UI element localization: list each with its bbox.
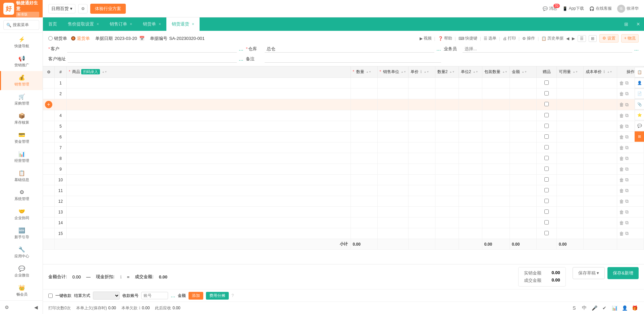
sidebar-item-marketing[interactable]: 📢 营销推广 (0, 52, 43, 71)
r4-cp[interactable]: ⧉ (625, 113, 629, 118)
tab-sales-close[interactable]: × (159, 22, 161, 26)
sidebar-item-inventory[interactable]: 📦 库存核算 (0, 109, 43, 128)
th-price-info[interactable]: ℹ (420, 69, 422, 74)
r6-del[interactable]: 🗑 (619, 134, 624, 140)
r14-del[interactable]: 🗑 (619, 220, 624, 226)
help-action[interactable]: ❓ 帮助 (438, 36, 452, 41)
row-3-pkg[interactable] (482, 99, 509, 110)
save-draft-button[interactable]: 保存草稿 ▾ (573, 267, 605, 279)
right-tool-6[interactable]: 💬 (635, 121, 644, 131)
row-2-amount[interactable] (510, 88, 537, 99)
r12-del[interactable]: 🗑 (619, 199, 624, 204)
row-2-product[interactable] (67, 88, 351, 99)
th-unit2-sort[interactable]: ▲▼ (473, 70, 478, 73)
row-2-unit[interactable] (377, 88, 408, 99)
th-unit-sort[interactable]: ▲▼ (401, 70, 406, 73)
r15-cp[interactable]: ⧉ (625, 231, 629, 236)
sidebar-collapse-btn[interactable]: ◀ (32, 303, 40, 311)
row-3-available[interactable] (557, 99, 584, 110)
row-1-copy[interactable]: ⧉ (625, 80, 629, 86)
footer-icon-4[interactable]: ✔ (600, 304, 608, 312)
row-1-price[interactable] (408, 78, 435, 88)
address-select-btn[interactable]: ... (239, 56, 243, 62)
r4-p[interactable] (67, 110, 351, 121)
radio-return-input[interactable] (71, 36, 75, 41)
tab-sales[interactable]: 销货单 × (138, 17, 166, 31)
footer-icon-7[interactable]: 🎁 (631, 304, 639, 312)
th-price-sort[interactable]: ▲▼ (424, 70, 429, 73)
th-cost-sort[interactable]: ▲▼ (607, 70, 612, 73)
print-action[interactable]: 🖨 打印 (503, 36, 516, 41)
r6-cp[interactable]: ⧉ (625, 134, 629, 140)
address-input[interactable] (68, 55, 237, 63)
nav-prev[interactable]: ◀ (566, 36, 569, 41)
operate-action[interactable]: ⚙ 操作 (522, 36, 535, 41)
tab-return-close[interactable]: × (192, 22, 194, 26)
radio-sale[interactable]: 销货单 (48, 36, 67, 42)
r4-del[interactable]: 🗑 (619, 113, 624, 118)
row-3-product-input[interactable] (69, 102, 348, 107)
search-menu-button[interactable]: 🔍 搜索菜单 (3, 20, 39, 30)
topbar-settings-button[interactable]: ⚙ (78, 4, 88, 13)
row-2-gift[interactable] (537, 88, 557, 99)
r5-cp[interactable]: ⧉ (625, 123, 629, 129)
r5-del[interactable]: 🗑 (619, 124, 624, 129)
th-available-sort[interactable]: ▲▼ (573, 70, 578, 73)
row-1-unit2[interactable] (459, 78, 482, 88)
row-2-qty2[interactable] (435, 88, 459, 99)
user-menu-button[interactable]: 徐 徐泽华 (617, 5, 639, 13)
row-1-gift[interactable] (537, 78, 557, 88)
th-pkg-sort[interactable]: ▲▼ (502, 70, 507, 73)
save-new-button[interactable]: 保存&新增 (607, 267, 639, 279)
r7-del[interactable]: 🗑 (619, 145, 624, 150)
calendar-icon[interactable]: 📅 (139, 36, 145, 41)
sidebar-item-member[interactable]: 👑 畅会员 (0, 281, 43, 300)
tab-price-settings-close[interactable]: × (97, 22, 99, 26)
salesperson-select-btn[interactable]: ... (634, 46, 639, 52)
th-product-sort[interactable]: ▲▼ (102, 70, 107, 73)
nav-next[interactable]: ▶ (572, 36, 575, 41)
r12-cp[interactable]: ⧉ (625, 198, 629, 204)
row-3-copy[interactable]: ⧉ (625, 102, 629, 108)
tab-sales-order[interactable]: 销售订单 × (104, 17, 138, 31)
row-1-amount[interactable] (510, 78, 537, 88)
r7-cp[interactable]: ⧉ (625, 145, 629, 150)
view-grid[interactable]: ⊞ (589, 35, 597, 42)
online-service-button[interactable]: 🎧 在线客服 (589, 6, 612, 11)
form-settings-button[interactable]: ⚙ 设置 (599, 34, 618, 43)
sidebar-item-operation[interactable]: 📊 经营管理 (0, 147, 43, 167)
sidebar-item-purchase[interactable]: 🛒 采购管理 (0, 90, 43, 109)
select-action[interactable]: ☰ 选单 (484, 36, 496, 41)
row-3-qty[interactable] (351, 99, 377, 110)
doc-date-value[interactable]: 2023-03-20 (115, 36, 137, 41)
r14-cp[interactable]: ⧉ (625, 220, 629, 226)
account-input[interactable] (141, 292, 168, 299)
sidebar-item-finance[interactable]: 💳 资金管理 (0, 128, 43, 147)
view-list[interactable]: ☰ (578, 35, 586, 42)
sidebar-item-quick[interactable]: ⚡ 快捷导航 (0, 33, 43, 52)
debit-value-icon[interactable]: ℹ (139, 306, 141, 310)
warehouse-input[interactable] (265, 45, 434, 53)
fee-split-button[interactable]: 费用分摊 (206, 292, 229, 300)
r9-cp[interactable]: ⧉ (625, 166, 629, 172)
row-3-qty2[interactable] (435, 99, 459, 110)
row-2-copy[interactable]: ⧉ (625, 91, 629, 97)
tabbar-close-all[interactable]: × (632, 17, 644, 31)
th-settings[interactable]: ⚙ (43, 66, 55, 78)
row-1-qty[interactable] (351, 78, 377, 88)
calc-method-select[interactable] (93, 292, 120, 300)
video-action[interactable]: ▶ 视频 (420, 36, 432, 41)
footer-icon-5[interactable]: 📊 (610, 304, 619, 312)
row-2-price[interactable] (408, 88, 435, 99)
row-3-product[interactable] (67, 99, 351, 110)
r13-cp[interactable]: ⧉ (625, 209, 629, 215)
tab-sales-order-close[interactable]: × (130, 22, 132, 26)
right-tool-1[interactable]: 📋 (635, 67, 644, 77)
fee-help-icon[interactable]: ? (231, 293, 234, 298)
history-action[interactable]: 📋 历史单据 (541, 36, 564, 41)
right-tool-4[interactable]: 📎 (635, 99, 644, 110)
footer-icon-2[interactable]: 中 (580, 304, 588, 312)
customer-input[interactable] (67, 45, 237, 53)
customer-select-btn[interactable]: ... (239, 46, 243, 52)
row-1-cost[interactable] (584, 78, 617, 88)
